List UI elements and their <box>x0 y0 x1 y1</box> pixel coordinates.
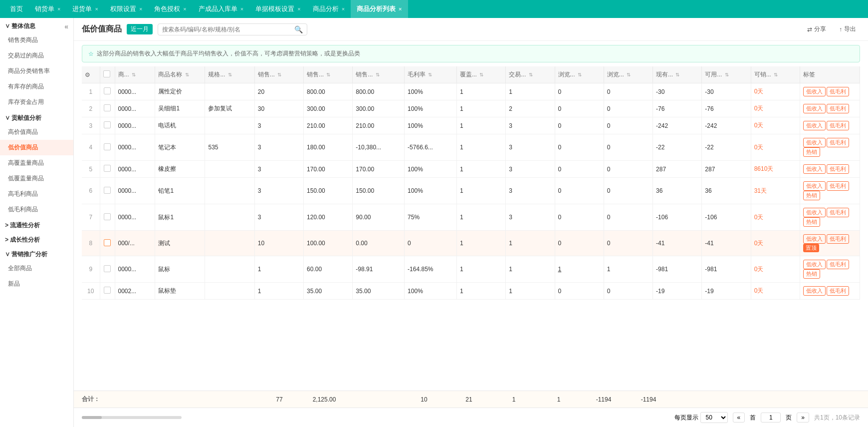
search-icon[interactable]: 🔍 <box>294 25 303 33</box>
cell-browse1[interactable]: 0 <box>555 231 604 256</box>
cell-browse1[interactable]: 0 <box>555 204 604 231</box>
cell-browse1[interactable]: 0 <box>555 100 604 117</box>
th-margin[interactable]: 毛利率 ⇅ <box>405 66 457 83</box>
close-icon[interactable]: × <box>399 6 402 12</box>
row-checkbox[interactable] <box>104 87 111 94</box>
row-checkbox[interactable] <box>104 187 111 194</box>
nav-item-goods-analysis[interactable]: 商品分析 × <box>307 0 351 18</box>
th-browse2[interactable]: 浏览... ⇅ <box>604 66 652 83</box>
cell-browse1[interactable]: 0 <box>555 134 604 161</box>
sidebar-item-low-coverage[interactable]: 低覆盖量商品 <box>0 171 73 186</box>
nav-item-role[interactable]: 角色授权 × <box>148 0 192 18</box>
row-checkbox[interactable] <box>104 165 111 172</box>
th-spec[interactable]: 规格... ⇅ <box>205 66 254 83</box>
nav-item-permission[interactable]: 权限设置 × <box>104 0 148 18</box>
th-name[interactable]: 商品名称 ⇅ <box>155 66 205 83</box>
th-sellable[interactable]: 可销... ⇅ <box>751 66 800 83</box>
select-all-checkbox[interactable] <box>103 70 110 77</box>
close-icon[interactable]: × <box>57 6 60 12</box>
nav-item-product-in[interactable]: 产成品入库单 × <box>193 0 249 18</box>
next-page-button[interactable]: » <box>797 413 809 423</box>
row-checkbox[interactable] <box>104 121 111 128</box>
close-icon[interactable]: × <box>95 6 98 12</box>
cell-checkbox[interactable] <box>100 100 115 117</box>
nav-item-goods-list[interactable]: 商品分析列表 × <box>351 0 408 18</box>
cell-sellable: 8610天 <box>751 161 800 178</box>
cell-browse1[interactable]: 0 <box>555 161 604 178</box>
th-code[interactable]: 商... ⇅ <box>115 66 155 83</box>
cell-index: 7 <box>82 204 100 231</box>
page-number-input[interactable] <box>761 413 781 423</box>
sidebar-item-new-goods[interactable]: 新品 <box>0 276 73 292</box>
cell-checkbox[interactable] <box>100 231 115 256</box>
sidebar-item-category-sales[interactable]: 商品分类销售率 <box>0 63 73 79</box>
sidebar-item-high-coverage[interactable]: 高覆盖量商品 <box>0 155 73 171</box>
nav-item-home[interactable]: 首页 <box>4 0 29 18</box>
cell-checkbox[interactable] <box>100 178 115 204</box>
nav-item-sales[interactable]: 销货单 × <box>29 0 66 18</box>
row-checkbox[interactable] <box>104 239 111 246</box>
sidebar-item-sales-goods[interactable]: 销售类商品 <box>0 32 73 48</box>
sidebar-item-all-goods[interactable]: 全部商品 <box>0 261 73 276</box>
th-settings[interactable]: ⚙ <box>82 66 100 83</box>
row-checkbox[interactable] <box>104 213 111 220</box>
th-browse1[interactable]: 浏览... ⇅ <box>555 66 604 83</box>
row-checkbox[interactable] <box>104 287 111 294</box>
cell-browse1[interactable]: 0 <box>555 83 604 100</box>
nav-item-purchase[interactable]: 进货单 × <box>66 0 104 18</box>
sidebar-item-stock-goods[interactable]: 有库存的商品 <box>0 79 73 94</box>
cell-browse1[interactable]: 1 <box>555 256 604 283</box>
th-available[interactable]: 可用... ⇅ <box>702 66 751 83</box>
th-transactions[interactable]: 交易... ⇅ <box>506 66 555 83</box>
th-sales-val[interactable]: 销售... ⇅ <box>353 66 405 83</box>
nav-item-template[interactable]: 单据模板设置 × <box>249 0 306 18</box>
cell-stock: 36 <box>653 178 702 204</box>
cell-checkbox[interactable] <box>100 204 115 231</box>
cell-tags: 低收入低毛利 <box>800 283 860 300</box>
cell-checkbox[interactable] <box>100 117 115 134</box>
close-icon[interactable]: × <box>139 6 142 12</box>
period-tag-button[interactable]: 近一月 <box>127 24 153 34</box>
scrollbar[interactable] <box>82 416 182 419</box>
close-icon[interactable]: × <box>297 6 300 12</box>
close-icon[interactable]: × <box>342 6 345 12</box>
cell-transactions: 1 <box>506 283 555 300</box>
close-icon[interactable]: × <box>183 6 186 12</box>
sidebar-item-high-margin[interactable]: 高毛利商品 <box>0 186 73 202</box>
sidebar-item-stock-capital[interactable]: 库存资金占用 <box>0 94 73 110</box>
first-page-button[interactable]: « <box>733 413 745 423</box>
tag-low-margin: 低毛利 <box>827 104 849 113</box>
row-checkbox[interactable] <box>104 143 111 150</box>
collapse-icon[interactable]: « <box>64 22 68 30</box>
cell-available: -30 <box>702 83 751 100</box>
cell-checkbox[interactable] <box>100 134 115 161</box>
cell-browse1[interactable]: 0 <box>555 283 604 300</box>
export-button[interactable]: ↑ 导出 <box>835 23 860 35</box>
footer-stock: -1194 <box>589 396 619 403</box>
sidebar-group-contribution: ∨ 贡献值分析 <box>0 110 73 124</box>
table-container[interactable]: ⚙ 商... ⇅ 商品名称 ⇅ 规格... ⇅ 销售... ⇅ 销售... ⇅ … <box>74 66 868 391</box>
row-checkbox[interactable] <box>104 104 111 111</box>
sidebar-item-high-value[interactable]: 高价值商品 <box>0 124 73 140</box>
search-input[interactable] <box>162 26 294 33</box>
tag-hot: 热销 <box>803 217 820 227</box>
cell-browse1[interactable]: 0 <box>555 117 604 134</box>
sidebar-item-traded-goods[interactable]: 交易过的商品 <box>0 48 73 63</box>
sidebar-item-low-margin[interactable]: 低毛利商品 <box>0 202 73 217</box>
page-size-select[interactable]: 50 100 200 <box>700 412 728 423</box>
th-sales-amt[interactable]: 销售... ⇅ <box>304 66 353 83</box>
cell-sellable: 0天 <box>751 204 800 231</box>
th-sales-qty[interactable]: 销售... ⇅ <box>254 66 303 83</box>
close-icon[interactable]: × <box>240 6 243 12</box>
cell-sales-qty: 1 <box>254 283 303 300</box>
th-stock[interactable]: 现有... ⇅ <box>653 66 702 83</box>
cell-checkbox[interactable] <box>100 83 115 100</box>
row-checkbox[interactable] <box>104 265 111 272</box>
cell-checkbox[interactable] <box>100 283 115 300</box>
sidebar-item-low-value[interactable]: 低价值商品 <box>0 140 73 155</box>
th-coverage[interactable]: 覆盖... ⇅ <box>456 66 505 83</box>
cell-checkbox[interactable] <box>100 256 115 283</box>
share-button[interactable]: ⇄ 分享 <box>803 23 830 35</box>
cell-checkbox[interactable] <box>100 161 115 178</box>
cell-browse1[interactable]: 0 <box>555 178 604 204</box>
